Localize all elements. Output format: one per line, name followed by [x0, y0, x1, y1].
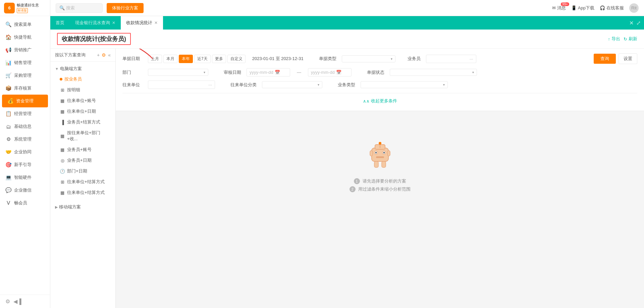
settings-bottom-icon[interactable]: ⚙: [5, 298, 10, 305]
operation-icon: 📋: [5, 111, 11, 117]
calendar-icon2: 📅: [336, 70, 341, 75]
table-icon4: ▦: [60, 147, 65, 152]
scheme-item-supplier-dept-collect[interactable]: ▦ 按往来单位+部门+收...: [50, 127, 115, 144]
scheme-item-supplier-settle2[interactable]: ▦ 往来单位+结算方式: [50, 187, 115, 198]
refresh-icon: ↻: [624, 37, 627, 42]
left-panel: 按以下方案查询 + ⚙ « ▼ 电脑端方案 按业务员 ⊞: [50, 49, 116, 308]
doc-type-chevron: ▾: [391, 57, 392, 61]
export-btn[interactable]: ↑ 导出: [608, 36, 621, 42]
dept-select[interactable]: ▾: [148, 69, 208, 76]
desktop-group-title[interactable]: ▼ 电脑端方案: [50, 64, 115, 74]
trial-btn[interactable]: 体验行业方案: [107, 3, 144, 13]
scheme-item-by-salesman[interactable]: 按业务员: [50, 74, 115, 85]
dept-label: 部门: [122, 69, 143, 75]
tab-bank-flow-close[interactable]: ✕: [112, 20, 115, 25]
collapse-sidebar-icon[interactable]: ◀▐: [13, 298, 21, 305]
query-btn[interactable]: 查询: [594, 54, 616, 64]
calendar-icon: 📅: [275, 70, 280, 75]
tab-home[interactable]: 首页: [50, 16, 70, 30]
mobile-group-title[interactable]: ▶ 移动端方案: [50, 202, 115, 212]
scheme-item-supplier-date[interactable]: ▦ 往来单位+日期: [50, 106, 115, 117]
export-icon: ↑: [608, 37, 610, 42]
sidebar-item-quick-nav[interactable]: 🏠 快捷导航: [0, 31, 50, 44]
desktop-scheme-group: ▼ 电脑端方案 按业务员 ⊞ 按明细 ▦ 往来单位+账号 ▦: [50, 62, 115, 200]
sidebar-item-inventory[interactable]: 📦 库存核算: [0, 82, 50, 95]
sidebar-item-marketing[interactable]: 📢 营销推广: [0, 44, 50, 56]
date-btn-this-year[interactable]: 本年: [179, 55, 193, 63]
sidebar-item-purchase[interactable]: 🛒 采购管理: [0, 69, 50, 82]
sidebar-item-smart-hw[interactable]: 💻 智能硬件: [0, 171, 50, 184]
scheme-item-salesman-account[interactable]: ▦ 业务员+账号: [50, 144, 115, 155]
sidebar-item-member[interactable]: Ⅴ 畅会员: [0, 197, 50, 209]
tab-bank-flow[interactable]: 现金银行流水查询 ✕: [70, 16, 121, 30]
topbar-search[interactable]: 🔍 搜索: [56, 3, 103, 13]
date-btn-this-month[interactable]: 本月: [163, 55, 177, 63]
svg-rect-10: [387, 151, 390, 156]
date-btn-more[interactable]: 更多: [212, 55, 226, 63]
smart-hw-icon: 💻: [5, 174, 11, 181]
tabbar-right: ✕ ⤢: [629, 20, 644, 26]
collapse-panel-btn[interactable]: «: [108, 52, 111, 58]
sidebar-item-search-menu[interactable]: 🔍 搜索菜单: [0, 18, 50, 31]
filter-area: 单据日期 上月 本月 本年 近7天 更多 自定义 2023-01-01 至 20…: [116, 49, 644, 111]
collapse-filter-btn[interactable]: ∧∧ 收起更多条件: [363, 96, 397, 106]
biz-type-select[interactable]: ▾: [361, 81, 448, 88]
tab-expand-icon[interactable]: ⤢: [636, 20, 641, 26]
sidebar-item-sales[interactable]: 📊 销售管理: [0, 56, 50, 69]
tab-close-all-icon[interactable]: ✕: [629, 20, 634, 26]
salesman-select[interactable]: ···: [426, 55, 476, 63]
message-btn[interactable]: ✉ 消息 99+: [552, 5, 566, 11]
member-icon: Ⅴ: [5, 200, 11, 206]
doc-status-label: 单据状态: [367, 70, 384, 75]
search-icon: 🔍: [5, 21, 11, 28]
online-service-btn[interactable]: 🎧 在线客服: [600, 5, 624, 11]
scheme-item-by-detail[interactable]: ⊞ 按明细: [50, 85, 115, 95]
scheme-item-supplier-settle1[interactable]: ⊞ 往来单位+结算方式: [50, 176, 115, 187]
tab-collection-stat[interactable]: 收款情况统计 ✕: [121, 16, 163, 30]
date-btn-last-month[interactable]: 上月: [148, 55, 162, 63]
tab-collection-stat-close[interactable]: ✕: [154, 20, 158, 25]
sidebar-item-system[interactable]: ⚙ 系统管理: [0, 133, 50, 146]
partner-select[interactable]: ···: [148, 81, 215, 89]
partner-category-label: 往来单位分类: [230, 82, 257, 87]
app-download-btn[interactable]: 📱 App下载: [571, 5, 594, 11]
audit-date-start[interactable]: yyyy-mm-dd 📅: [247, 68, 290, 76]
partner-label: 往来单位: [122, 82, 143, 88]
scheme-settings-btn[interactable]: ⚙: [102, 52, 106, 58]
scheme-item-salesman-date[interactable]: ◎ 业务员+日期: [50, 155, 115, 166]
doc-type-select[interactable]: ▾: [342, 55, 395, 62]
svg-point-7: [383, 152, 385, 154]
scheme-item-salesman-settlement[interactable]: ▐ 业务员+结算方式: [50, 117, 115, 127]
scheme-item-supplier-account[interactable]: ▦ 往来单位+账号: [50, 95, 115, 106]
empty-state: 1 请先选择要分析的方案 2 用过滤条件来缩小分析范围: [350, 138, 411, 194]
refresh-btn[interactable]: ↻ 刷新: [624, 36, 637, 42]
table-icon3: ▦: [60, 134, 65, 139]
enterprise-icon: 🤝: [5, 149, 11, 155]
sidebar-item-operation[interactable]: 📋 经营管理: [0, 107, 50, 120]
filter-row-2: 部门 ▾ 审核日期 yyyy-mm-dd 📅 — yyyy-mm-dd: [122, 68, 637, 76]
date-btn-7days[interactable]: 近7天: [194, 55, 211, 63]
add-scheme-btn[interactable]: +: [97, 52, 100, 58]
sidebar-item-basic-info[interactable]: 🗂 基础信息: [0, 120, 50, 133]
filter-settings-btn[interactable]: 设置: [619, 53, 637, 64]
sidebar-item-enterprise[interactable]: 🤝 企业协同: [0, 146, 50, 158]
table-icon: ▦: [60, 98, 65, 103]
doc-status-select[interactable]: ▾: [390, 69, 477, 76]
sidebar-item-guide[interactable]: 🎯 新手引导: [0, 158, 50, 171]
tip-num-2: 2: [350, 186, 356, 192]
table-icon5: ▦: [60, 190, 65, 195]
search-placeholder: 搜索: [66, 5, 75, 11]
purchase-icon: 🛒: [5, 72, 11, 79]
date-btn-custom[interactable]: 自定义: [227, 55, 246, 63]
sidebar-bottom: ⚙ ◀▐: [0, 295, 50, 308]
filter-row-3: 往来单位 ··· 往来单位分类 ▾ 业务类型: [122, 81, 637, 89]
home-icon: 🏠: [5, 34, 11, 40]
partner-category-select[interactable]: ▾: [262, 81, 322, 88]
sidebar-item-finance[interactable]: 💰 资金管理: [2, 95, 48, 107]
phone-icon: 📱: [571, 5, 577, 10]
sidebar-item-wechat[interactable]: 💬 企业微信: [0, 184, 50, 197]
scheme-item-dept-date[interactable]: 🕐 部门+日期: [50, 166, 115, 176]
user-avatar[interactable]: Rit: [629, 3, 639, 13]
audit-date-end[interactable]: yyyy-mm-dd 📅: [308, 68, 352, 76]
tip-num-1: 1: [354, 178, 360, 184]
